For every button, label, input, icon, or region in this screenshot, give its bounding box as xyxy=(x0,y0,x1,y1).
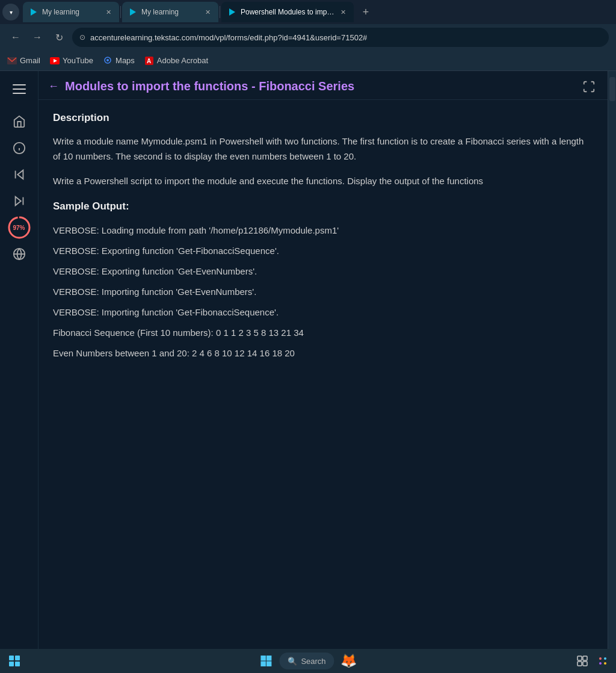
taskbar-search-text: Search xyxy=(301,657,325,666)
new-tab-btn[interactable]: + xyxy=(357,4,374,20)
taskbar-windows-btn[interactable] xyxy=(257,653,274,669)
output-line-4: VERBOSE: Importing function 'Get-EvenNum… xyxy=(53,285,593,299)
windows-logo xyxy=(9,656,20,666)
progress-circle[interactable]: 97% xyxy=(7,216,31,240)
sidebar-skip-forward-icon[interactable] xyxy=(7,189,31,213)
maps-icon xyxy=(103,56,112,66)
svg-marker-2 xyxy=(229,8,235,16)
svg-marker-0 xyxy=(31,8,37,16)
svg-marker-15 xyxy=(15,197,20,206)
gmail-icon xyxy=(7,56,17,66)
sidebar-skip-back-icon[interactable] xyxy=(7,163,31,187)
description-text-1: Write a module name Mymodule.psm1 in Pow… xyxy=(53,134,593,164)
back-btn[interactable]: ← xyxy=(7,29,24,46)
bookmark-gmail[interactable]: Gmail xyxy=(7,56,40,66)
start-btn[interactable] xyxy=(5,651,24,671)
reload-btn[interactable]: ↻ xyxy=(51,29,67,46)
tab-1-close[interactable]: ✕ xyxy=(103,7,113,17)
svg-rect-25 xyxy=(578,656,582,660)
sidebar: 97% xyxy=(0,71,38,649)
address-bar: ← → ↻ ⊙ accenturelearning.tekstac.com/mo… xyxy=(0,24,616,51)
page-title: Modules to import the functions - Fibona… xyxy=(65,79,576,93)
description-label: Description xyxy=(53,110,593,126)
taskbar-search-bar[interactable]: 🔍 Search xyxy=(279,653,334,669)
taskbar-task-view[interactable] xyxy=(574,653,591,669)
tab-bar: ▾ My learning ✕ My learning ✕ Powershell… xyxy=(0,0,616,24)
hamburger-line-3 xyxy=(13,93,26,94)
svg-marker-13 xyxy=(17,170,23,179)
sidebar-globe-icon[interactable] xyxy=(7,242,31,266)
tab-2-title: My learning xyxy=(141,8,199,16)
tab-1[interactable]: My learning ✕ xyxy=(23,2,119,22)
tab-1-favicon xyxy=(29,7,38,17)
content-header: ← Modules to import the functions - Fibo… xyxy=(38,71,608,100)
taskbar-search-icon: 🔍 xyxy=(288,657,297,666)
svg-point-7 xyxy=(106,59,109,61)
bookmark-youtube[interactable]: YouTube xyxy=(50,56,93,66)
hamburger-menu[interactable] xyxy=(7,77,31,101)
taskbar-center: 🔍 Search 🦊 xyxy=(257,653,358,669)
tab-2-favicon xyxy=(128,7,138,17)
svg-rect-26 xyxy=(583,656,587,660)
content-body: Description Write a module name Mymodule… xyxy=(38,100,608,376)
bookmark-gmail-label: Gmail xyxy=(20,56,40,65)
taskbar-right xyxy=(574,653,611,669)
acrobat-icon: A xyxy=(144,56,154,66)
taskbar-fox-icon: 🦊 xyxy=(339,653,359,669)
tab-3-favicon xyxy=(227,7,237,17)
output-line-1: VERBOSE: Loading module from path '/home… xyxy=(53,223,593,238)
url-text: accenturelearning.tekstac.com/mod/vpl/fo… xyxy=(90,33,367,42)
svg-rect-27 xyxy=(578,662,582,666)
svg-rect-21 xyxy=(260,656,266,661)
bookmark-youtube-label: YouTube xyxy=(63,56,93,65)
svg-rect-28 xyxy=(583,662,587,666)
youtube-icon xyxy=(50,56,60,66)
bookmarks-bar: Gmail YouTube Maps A Adobe Acrobat xyxy=(0,51,616,71)
bookmark-maps[interactable]: Maps xyxy=(103,56,135,66)
output-line-2: VERBOSE: Exporting function 'Get-Fibonac… xyxy=(53,244,593,258)
description-text-2: Write a Powershell script to import the … xyxy=(53,174,593,189)
tab-3-close[interactable]: ✕ xyxy=(338,7,348,17)
forward-btn[interactable]: → xyxy=(29,29,46,46)
taskbar-palette-icon[interactable] xyxy=(594,653,611,669)
bookmark-acrobat-label: Adobe Acrobat xyxy=(157,56,208,65)
url-bar[interactable]: ⊙ accenturelearning.tekstac.com/mod/vpl/… xyxy=(72,28,609,47)
svg-text:A: A xyxy=(147,58,151,64)
fullscreen-btn[interactable] xyxy=(582,80,596,93)
output-line-5: VERBOSE: Importing function 'Get-Fibonac… xyxy=(53,305,593,320)
svg-point-29 xyxy=(599,657,602,660)
output-line-3: VERBOSE: Exporting function 'Get-EvenNum… xyxy=(53,264,593,279)
tab-3-title: Powershell Modules to import f... xyxy=(241,8,334,16)
svg-point-31 xyxy=(599,662,602,665)
output-line-7: Even Numbers between 1 and 20: 2 4 6 8 1… xyxy=(53,346,593,361)
hamburger-line-1 xyxy=(13,84,26,85)
tab-3[interactable]: Powershell Modules to import f... ✕ xyxy=(221,2,354,22)
page-content: 97% ← Modules to import the functions - … xyxy=(0,71,616,649)
back-arrow-btn[interactable]: ← xyxy=(48,80,59,93)
bookmark-acrobat[interactable]: A Adobe Acrobat xyxy=(144,56,208,66)
taskbar: 🔍 Search 🦊 xyxy=(0,649,616,673)
sample-output-label: Sample Output: xyxy=(53,198,593,214)
svg-rect-22 xyxy=(266,656,272,661)
right-panel-handle[interactable] xyxy=(609,77,615,101)
sidebar-info-icon[interactable] xyxy=(7,136,31,160)
tab-1-title: My learning xyxy=(42,8,100,16)
tab-separator-2 xyxy=(220,6,220,18)
svg-point-30 xyxy=(604,657,606,660)
tab-dropdown-btn[interactable]: ▾ xyxy=(2,4,19,20)
tab-2-close[interactable]: ✕ xyxy=(203,7,212,17)
progress-text: 97% xyxy=(13,225,25,231)
bookmark-maps-label: Maps xyxy=(116,56,135,65)
svg-rect-24 xyxy=(266,662,272,667)
main-content: ← Modules to import the functions - Fibo… xyxy=(38,71,608,649)
tab-separator-1 xyxy=(120,6,121,18)
right-panel xyxy=(608,71,616,649)
tab-2[interactable]: My learning ✕ xyxy=(122,2,218,22)
svg-point-32 xyxy=(604,662,606,665)
output-line-6: Fibonacci Sequence (First 10 numbers): 0… xyxy=(53,326,593,340)
hamburger-line-2 xyxy=(13,88,26,90)
svg-rect-23 xyxy=(260,662,266,667)
sidebar-home-icon[interactable] xyxy=(7,110,31,134)
svg-marker-1 xyxy=(130,8,136,16)
security-icon: ⊙ xyxy=(79,33,85,42)
